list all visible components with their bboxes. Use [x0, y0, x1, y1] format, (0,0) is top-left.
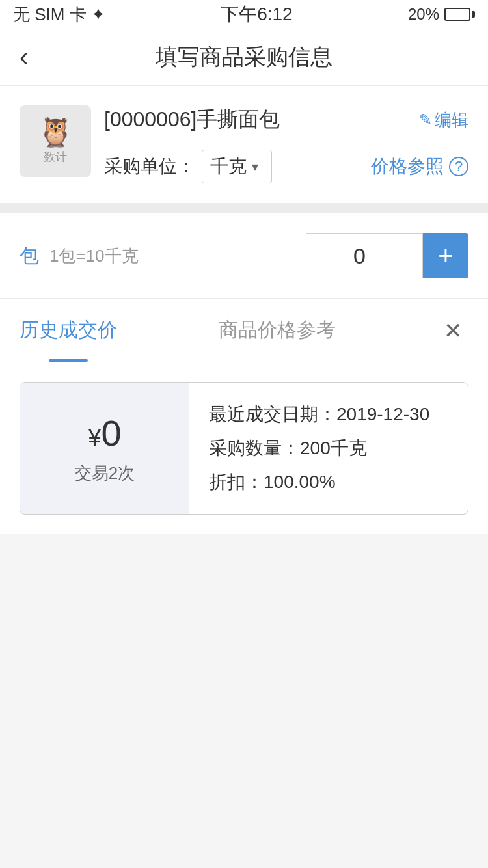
battery-percent: 20% — [408, 5, 439, 23]
history-card: ¥0 交易2次 最近成交日期：2019-12-30 采购数量：200千克 折扣：… — [20, 382, 468, 515]
recent-date-row: 最近成交日期：2019-12-30 — [209, 402, 448, 427]
status-bar: 无 SIM 卡 ✦ 下午6:12 20% — [0, 0, 488, 29]
product-card: 🦉 数计 [0000006]手撕面包 ✎ 编辑 采购单位： 千克 ▾ — [0, 86, 488, 203]
bag-label: 包 — [20, 243, 39, 269]
edit-icon: ✎ — [419, 111, 432, 129]
discount-value: 100.00% — [264, 472, 336, 492]
quantity-input[interactable] — [306, 233, 423, 278]
purchase-qty-row: 采购数量：200千克 — [209, 436, 448, 461]
history-content: ¥0 交易2次 最近成交日期：2019-12-30 采购数量：200千克 折扣：… — [0, 362, 488, 534]
quantity-label: 包 1包=10千克 — [20, 243, 139, 269]
edit-button[interactable]: ✎ 编辑 — [419, 109, 468, 131]
product-row: 🦉 数计 [0000006]手撕面包 ✎ 编辑 采购单位： 千克 ▾ — [20, 105, 468, 183]
tab-history-price[interactable]: 历史成交价 — [20, 299, 117, 362]
status-signal: 无 SIM 卡 ✦ — [13, 3, 105, 26]
main-content: 历史成交价 商品价格参考 ✕ ¥0 交易2次 最近成交日期：2019-12-30 — [0, 299, 488, 689]
battery-icon — [444, 8, 475, 21]
help-icon: ? — [449, 157, 468, 176]
product-thumbnail: 🦉 数计 — [20, 105, 91, 177]
tabs-panel: 历史成交价 商品价格参考 ✕ ¥0 交易2次 最近成交日期：2019-12-30 — [0, 299, 488, 534]
unit-select[interactable]: 千克 ▾ — [202, 150, 272, 183]
bag-note: 1包=10千克 — [49, 245, 139, 267]
product-top-row: [0000006]手撕面包 ✎ 编辑 — [104, 105, 468, 134]
tabs-close-button[interactable]: ✕ — [437, 311, 468, 350]
thumbnail-label: 数计 — [38, 149, 74, 165]
history-price: ¥0 — [88, 412, 121, 454]
discount-row: 折扣：100.00% — [209, 470, 448, 495]
section-divider — [0, 203, 488, 213]
trade-count: 交易2次 — [75, 462, 135, 485]
edit-label: 编辑 — [435, 109, 468, 131]
back-button[interactable]: ‹ — [20, 42, 28, 72]
quantity-input-row: + — [306, 233, 468, 278]
product-name: [0000006]手撕面包 — [104, 105, 280, 134]
recent-date-value: 2019-12-30 — [336, 404, 429, 424]
page-title: 填写商品采购信息 — [156, 42, 332, 72]
history-details-section: 最近成交日期：2019-12-30 采购数量：200千克 折扣：100.00% — [189, 383, 468, 514]
price-ref-label: 价格参照 — [371, 154, 444, 179]
owl-icon: 🦉 — [38, 118, 74, 146]
status-time: 下午6:12 — [221, 2, 293, 27]
tabs-header: 历史成交价 商品价格参考 ✕ — [0, 299, 488, 362]
status-right: 20% — [408, 5, 475, 23]
quantity-row: 包 1包=10千克 + — [0, 213, 488, 299]
quantity-plus-button[interactable]: + — [423, 233, 468, 278]
thumbnail-inner: 🦉 数计 — [38, 118, 74, 165]
history-price-section: ¥0 交易2次 — [20, 383, 189, 514]
unit-prefix: 采购单位： — [104, 154, 195, 179]
product-info: [0000006]手撕面包 ✎ 编辑 采购单位： 千克 ▾ 价格参照 ? — [104, 105, 468, 183]
price-symbol: ¥ — [88, 424, 101, 451]
purchase-qty-value: 200千克 — [300, 438, 367, 458]
nav-bar: ‹ 填写商品采购信息 — [0, 29, 488, 86]
discount-label: 折扣： — [209, 472, 264, 492]
unit-label: 采购单位： 千克 ▾ — [104, 150, 272, 183]
chevron-down-icon: ▾ — [252, 159, 258, 174]
price-value: 0 — [101, 413, 121, 454]
price-reference-button[interactable]: 价格参照 ? — [371, 154, 468, 179]
battery-tip — [472, 11, 475, 18]
unit-value: 千克 — [210, 154, 247, 179]
battery-body — [444, 8, 470, 21]
purchase-qty-label: 采购数量： — [209, 438, 300, 458]
recent-date-label: 最近成交日期： — [209, 404, 336, 424]
tab-product-price-ref[interactable]: 商品价格参考 — [219, 299, 336, 362]
product-unit-row: 采购单位： 千克 ▾ 价格参照 ? — [104, 150, 468, 183]
